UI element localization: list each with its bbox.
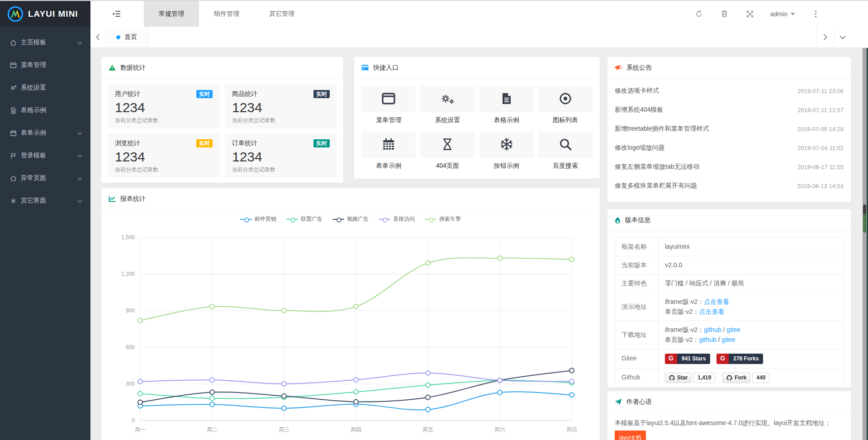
header-actions: admin [694, 1, 821, 27]
quick-tile-table-demo[interactable]: 表格示例 [479, 86, 534, 124]
gitee-stars-text: 941 Stars [677, 354, 710, 364]
quick-tile-404-page[interactable]: 404页面 [420, 132, 474, 170]
gitee-forks-text: 278 Forks [729, 354, 763, 364]
tab-other-manage[interactable]: 其它管理 [254, 1, 309, 27]
table-row: Gitee G941 Stars G278 Forks [615, 349, 844, 368]
paper-plane-icon [615, 398, 622, 405]
sidebar-item-table-demo[interactable]: 表格示例 [0, 99, 90, 122]
row-label: 下载地址 [615, 321, 659, 349]
download-line2-prefix: 单页版-v2： [665, 336, 699, 343]
sidebar-item-login-template[interactable]: 登录模板 [0, 144, 90, 167]
sidebar-item-label: 表格示例 [21, 106, 82, 114]
sidebar-item-label: 主页模板 [21, 38, 77, 47]
gitee-forks-badge[interactable]: G278 Forks [716, 354, 763, 364]
row-value: 零门槛 / 响应式 / 清爽 / 极简 [659, 274, 844, 293]
svg-text:900: 900 [126, 308, 135, 314]
tab-home[interactable]: 首页 [105, 27, 148, 47]
github-fork-count[interactable]: 440 [752, 373, 769, 383]
layui-doc-button[interactable]: layui文档 [615, 431, 646, 440]
sidebar-item-menu-manage[interactable]: 菜单管理 [0, 54, 90, 76]
sidebar-item-label: 其它界面 [21, 197, 77, 205]
quick-tile-button-demo[interactable]: 按钮示例 [479, 132, 534, 170]
tabs-dropdown-icon[interactable] [834, 27, 851, 47]
row-label: 主要特色 [615, 274, 659, 293]
logo-bar[interactable]: LAYUI MINI [0, 1, 90, 27]
tab-home-label: 首页 [124, 33, 137, 41]
flag-icon [10, 152, 21, 159]
announcement-item[interactable]: 修复多模块菜单栏展开有问题 2019-06-13 14:53 [615, 176, 844, 195]
demo-link-iframe[interactable]: 点击查看 [704, 298, 729, 305]
fullscreen-icon[interactable] [745, 9, 755, 19]
download-github-link[interactable]: github [699, 336, 716, 343]
github-star-label: Star [677, 374, 688, 382]
refresh-icon[interactable] [694, 9, 704, 19]
gears-icon [440, 92, 455, 106]
announcement-item[interactable]: 新增treetable插件和菜单管理样式 2019-07-05 14:28 [615, 119, 844, 138]
search-icon [559, 138, 572, 152]
tabs-scroll-left-icon[interactable] [90, 27, 105, 47]
table-row: Github Star1,419 Fork440 [615, 368, 844, 387]
github-star-count[interactable]: 1,419 [693, 373, 715, 383]
trash-icon[interactable] [720, 9, 730, 19]
sidebar-item-system-settings[interactable]: 系统设置 [0, 76, 90, 99]
row-value: G941 Stars G278 Forks [659, 349, 844, 368]
announcement-item[interactable]: 修改logo缩放问题 2019-07-04 11:02 [615, 138, 844, 157]
table-row: 框架名称 layuimini [615, 238, 844, 256]
download-gitee-link[interactable]: gitee [721, 336, 735, 343]
download-gitee-link[interactable]: gitee [726, 326, 740, 333]
announcement-date: 2019-07-04 11:02 [797, 145, 844, 151]
username: admin [770, 10, 787, 18]
warning-triangle-icon [109, 64, 116, 71]
status-badge: 实时 [196, 90, 213, 98]
github-fork-label: Fork [735, 374, 746, 382]
row-label: 当前版本 [615, 256, 659, 274]
quick-tile-menu-manage[interactable]: 菜单管理 [361, 86, 416, 124]
collapse-sidebar-icon[interactable] [104, 1, 129, 27]
card-title: 数据统计 [120, 64, 146, 72]
quick-tile-form-demo[interactable]: 表单示例 [361, 132, 416, 170]
announcement-item[interactable]: 修复左侧菜单缩放tab无法移动 2019-06-17 11:55 [615, 157, 844, 176]
sidebar-item-home[interactable]: 主页模板 [0, 31, 90, 54]
credit-card-icon [361, 65, 369, 71]
announcement-text: 修复左侧菜单缩放tab无法移动 [615, 163, 699, 171]
github-fork-button[interactable]: Fork [722, 373, 750, 383]
user-menu[interactable]: admin [770, 10, 795, 18]
active-tab-dot [116, 35, 120, 39]
quick-tile-label: 菜单管理 [361, 116, 416, 124]
gitee-logo: G [716, 354, 729, 364]
stat-caption: 当前分类总记录数 [232, 117, 330, 124]
snowflake-icon [500, 138, 513, 152]
fire-icon [615, 217, 621, 224]
stat-box-users: 用户统计实时 1234 当前分类总记录数 [108, 84, 220, 128]
tab-component-manage[interactable]: 组件管理 [199, 1, 254, 27]
announcement-item[interactable]: 修改选项卡样式 2019-07-11 23:06 [615, 81, 844, 100]
tabs-scroll-right-icon[interactable] [816, 27, 834, 47]
github-star-button[interactable]: Star [665, 373, 692, 383]
author-body: 本模板基于layui2.5.4以及font-awesome-4.7.0进行实现。… [607, 413, 851, 440]
card-data-statistics: 数据统计 用户统计实时 1234 当前分类总记录数 商品统计实时 1234 当前… [101, 57, 343, 183]
sidebar-item-other-ui[interactable]: 其它界面 [0, 189, 90, 212]
gitee-stars-badge[interactable]: G941 Stars [665, 354, 710, 364]
scrollbar-thumb[interactable] [863, 204, 866, 232]
stat-caption: 当前分类总记录数 [115, 166, 213, 174]
quick-tile-system-settings[interactable]: 系统设置 [420, 86, 474, 124]
tab-general-manage[interactable]: 常规管理 [144, 1, 199, 27]
announcement-date: 2019-07-11 12:57 [797, 107, 844, 114]
announcement-item[interactable]: 新增系统404模板 2019-07-11 12:57 [615, 100, 844, 119]
author-text: 本模板基于layui2.5.4以及font-awesome-4.7.0进行实现。… [615, 419, 831, 426]
quick-tile-icon-list[interactable]: 图标列表 [538, 86, 593, 124]
quick-tile-baidu-search[interactable]: 百度搜索 [538, 132, 593, 170]
sidebar-item-form-demo[interactable]: 表单示例 [0, 122, 90, 144]
sidebar-item-error-pages[interactable]: 异常页面 [0, 167, 90, 189]
card-header: 系统公告 [607, 57, 851, 79]
demo-line1-prefix: iframe版-v2： [665, 298, 704, 305]
status-badge: 实时 [313, 139, 330, 147]
announcement-text: 修改选项卡样式 [615, 87, 659, 95]
demo-link-onepage[interactable]: 点击查看 [699, 308, 724, 315]
more-vertical-icon[interactable] [811, 9, 821, 19]
quick-tile-label: 百度搜索 [538, 162, 593, 170]
quick-tile-label: 系统设置 [420, 116, 474, 124]
card-title: 快捷入口 [373, 64, 398, 72]
download-github-link[interactable]: github [704, 326, 721, 333]
card-header: 快捷入口 [354, 57, 600, 79]
